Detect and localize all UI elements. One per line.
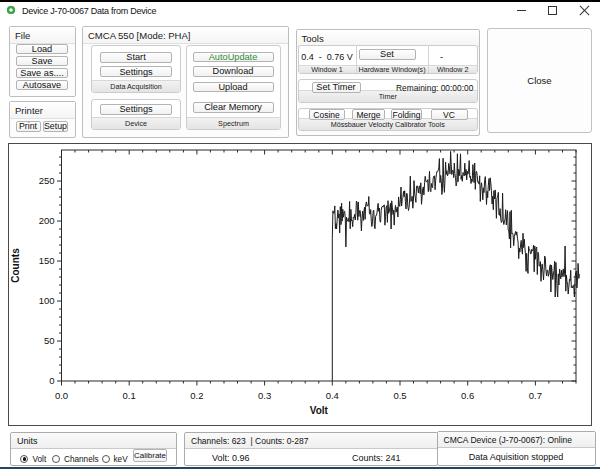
svg-text:0.0: 0.0 <box>55 390 68 401</box>
svg-text:50: 50 <box>44 335 55 346</box>
svg-text:0.7: 0.7 <box>529 390 542 401</box>
svg-text:0.4: 0.4 <box>326 390 339 401</box>
svg-text:Counts: Counts <box>10 248 21 283</box>
svg-text:250: 250 <box>39 175 55 186</box>
svg-text:0.1: 0.1 <box>123 390 136 401</box>
svg-text:0.6: 0.6 <box>461 390 474 401</box>
svg-text:0.5: 0.5 <box>393 390 406 401</box>
svg-text:0.3: 0.3 <box>258 390 271 401</box>
svg-text:0.2: 0.2 <box>190 390 203 401</box>
svg-text:100: 100 <box>39 295 55 306</box>
svg-text:Volt: Volt <box>310 405 329 416</box>
svg-text:200: 200 <box>39 215 55 226</box>
svg-text:0: 0 <box>49 375 54 386</box>
svg-text:150: 150 <box>39 255 55 266</box>
